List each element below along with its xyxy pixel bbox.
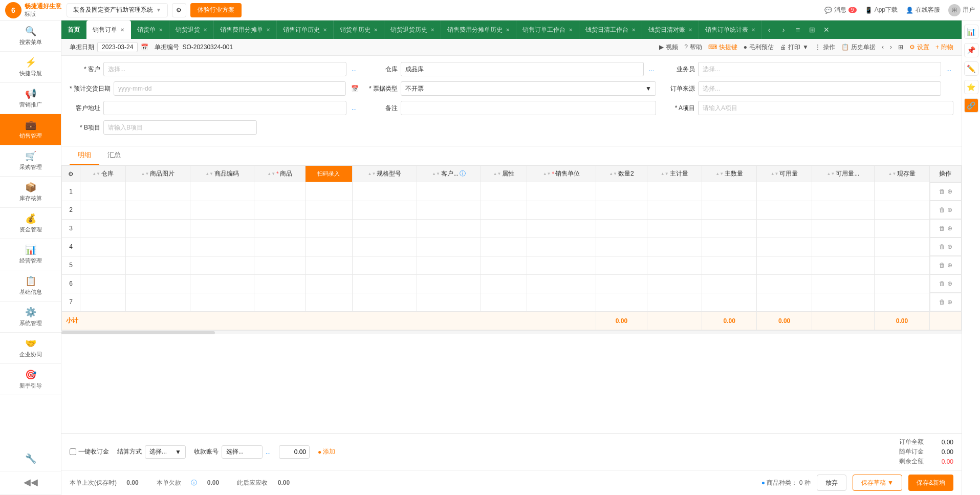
scroll-thumb[interactable] (61, 331, 215, 334)
tab-close-icon[interactable]: ✕ (506, 27, 510, 33)
order-source-input[interactable] (698, 81, 941, 96)
tab-close-icon[interactable]: ✕ (323, 27, 327, 33)
copy-icon[interactable]: ⊕ (947, 298, 952, 306)
print-button[interactable]: 🖨 打印 ▼ (780, 43, 809, 52)
customer-input[interactable] (103, 62, 346, 76)
tab-sales-order[interactable]: 销售订单 ✕ (86, 20, 131, 39)
copy-icon[interactable]: ⊕ (947, 262, 952, 269)
right-panel-star-btn[interactable]: ⭐ (964, 80, 978, 94)
delete-icon[interactable]: 🗑 (939, 280, 945, 287)
view-button[interactable]: ▶ 视频 (659, 43, 678, 52)
delete-icon[interactable]: 🗑 (939, 206, 945, 213)
copy-icon[interactable]: ⊕ (947, 225, 952, 232)
save-draft-dropdown-icon[interactable]: ▼ (887, 479, 894, 486)
delivery-date-input[interactable] (114, 81, 346, 96)
tab-close-icon[interactable]: ✕ (120, 27, 124, 33)
col-attributes[interactable]: ▲▼ 属性 (481, 166, 527, 182)
horizontal-scrollbar[interactable] (61, 330, 962, 334)
col-available2[interactable]: ▲▼ 可用量... (812, 166, 875, 182)
one-click-checkbox[interactable] (70, 448, 76, 455)
tab-close-icon[interactable]: ✕ (430, 27, 434, 33)
date-value[interactable]: 2023-03-24 (97, 42, 138, 52)
deposit-amount-input[interactable] (279, 445, 310, 459)
sidebar-item-system[interactable]: ⚙️ 系统管理 (0, 302, 61, 333)
tab-close-icon[interactable]: ✕ (751, 27, 755, 33)
sidebar-item-operations[interactable]: 📊 经营管理 (0, 239, 61, 270)
shortcut-button[interactable]: ⌨ 快捷键 (708, 43, 737, 52)
nav-prev-btn[interactable]: ‹ (882, 44, 884, 51)
settings-panel-btn[interactable]: ⚙ 设置 (909, 43, 929, 52)
sidebar-item-newbie[interactable]: 🎯 新手引导 (0, 364, 61, 395)
warehouse-input[interactable] (401, 62, 644, 76)
user-menu[interactable]: 用 用户 (948, 4, 975, 16)
tab-maximize-button[interactable]: ⊞ (805, 20, 819, 39)
sidebar-item-inventory[interactable]: 📦 库存核算 (0, 177, 61, 208)
sidebar-item-basic-info[interactable]: 📋 基础信息 (0, 270, 61, 302)
sidebar-item-search[interactable]: 🔍 搜索菜单 (0, 20, 61, 52)
delete-icon[interactable]: 🗑 (939, 243, 945, 250)
nav-next-btn[interactable]: › (890, 44, 892, 51)
profit-button[interactable]: ● 毛利预估 (744, 43, 774, 52)
grid-view-btn[interactable]: ⊞ (898, 44, 903, 51)
tab-bill-history[interactable]: 销货单历史 ✕ (334, 20, 384, 39)
tab-expense-split[interactable]: 销售费用分摊单 ✕ (214, 20, 277, 39)
col-qty2[interactable]: ▲▼ 数量2 (596, 166, 647, 182)
copy-icon[interactable]: ⊕ (947, 206, 952, 213)
tab-close-icon[interactable]: ✕ (569, 27, 573, 33)
tab-sales-return[interactable]: 销货退货 ✕ (169, 20, 214, 39)
cell-product-code[interactable] (190, 182, 254, 201)
right-panel-chart-btn[interactable]: 📊 (964, 25, 978, 39)
tab-close-all-button[interactable]: ✕ (819, 20, 834, 39)
tab-close-icon[interactable]: ✕ (159, 27, 163, 33)
sidebar-item-purchase[interactable]: 🛒 采购管理 (0, 145, 61, 177)
add-payment-button[interactable]: ● 添加 (318, 447, 335, 456)
invoice-type-select[interactable]: 不开票 ▼ (401, 81, 656, 96)
copy-icon[interactable]: ⊕ (947, 188, 952, 195)
col-product-code[interactable]: ▲▼ 商品编码 (190, 166, 254, 182)
right-panel-link-btn[interactable]: 🔗 (964, 98, 978, 113)
tab-order-history[interactable]: 销售订单历史 ✕ (277, 20, 334, 39)
tab-close-icon[interactable]: ✕ (374, 27, 378, 33)
cell-sales-unit[interactable] (527, 182, 596, 201)
col-product[interactable]: ▲▼ *商品 (254, 166, 305, 182)
print-dropdown-icon[interactable]: ▼ (802, 44, 809, 51)
history-button[interactable]: 📋 历史单据 (841, 43, 876, 52)
tab-cash-daily[interactable]: 钱货日清工作台 ✕ (579, 20, 642, 39)
tab-home[interactable]: 首页 (61, 20, 86, 39)
tab-menu-button[interactable]: ≡ (791, 20, 805, 39)
settings-icon[interactable]: ⚙ (172, 3, 186, 17)
a-project-input[interactable] (698, 101, 953, 115)
cell-customer-note[interactable] (417, 182, 481, 201)
col-available[interactable]: ▲▼ 可用量 (757, 166, 812, 182)
col-customer-note[interactable]: ▲▼ 客户... ⓘ (417, 166, 481, 182)
sidebar-item-collapse[interactable]: ◀◀ (0, 471, 61, 495)
col-main-qty[interactable]: ▲▼ 主数量 (702, 166, 756, 182)
cell-main-qty[interactable] (702, 182, 756, 201)
bank-account-select[interactable]: 选择... (222, 445, 263, 459)
scan-button[interactable]: 扫码录入 (313, 169, 344, 179)
customer-more-icon[interactable]: ... (350, 66, 359, 73)
cell-attributes[interactable] (481, 182, 527, 201)
delete-icon[interactable]: 🗑 (939, 225, 945, 232)
tab-close-icon[interactable]: ✕ (266, 27, 270, 33)
col-main-unit[interactable]: ▲▼ 主计量 (647, 166, 702, 182)
industry-plan-button[interactable]: 体验行业方案 (190, 3, 242, 17)
tab-next-button[interactable]: › (776, 20, 791, 39)
one-click-deposit[interactable]: 一键收订金 (70, 447, 109, 456)
col-spec[interactable]: ▲▼ 规格型号 (353, 166, 417, 182)
remark-input[interactable] (401, 101, 656, 115)
addr-more-icon[interactable]: ... (350, 104, 359, 112)
tab-expense-history[interactable]: 销售费用分摊单历史 ✕ (441, 20, 516, 39)
delete-icon[interactable]: 🗑 (939, 298, 945, 306)
tab-order-workbench[interactable]: 销售订单工作台 ✕ (516, 20, 579, 39)
tab-prev-button[interactable]: ‹ (762, 20, 776, 39)
cell-available[interactable] (757, 182, 812, 201)
warehouse-more-icon[interactable]: ... (647, 66, 656, 73)
tab-return-history[interactable]: 销货退货历史 ✕ (384, 20, 441, 39)
sidebar-item-config[interactable]: 🔧 (0, 448, 61, 471)
tab-close-icon[interactable]: ✕ (203, 27, 207, 33)
right-panel-edit-btn[interactable]: ✏️ (964, 61, 978, 76)
staff-input[interactable] (698, 62, 941, 76)
date-picker-icon[interactable]: 📅 (351, 85, 359, 92)
cell-main-unit[interactable] (647, 182, 702, 201)
